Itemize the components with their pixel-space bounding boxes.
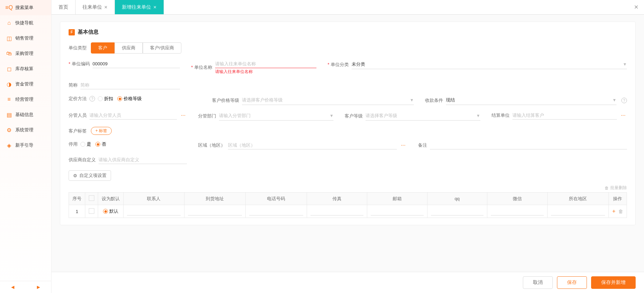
manager-more-btn[interactable]: ··· [180,112,187,119]
col-checkbox [85,193,98,205]
remark-input[interactable] [430,141,627,149]
row-index: 1 [69,205,85,218]
row-region-input[interactable] [551,207,605,215]
customer-price-level-placeholder: 请选择客户价格等级 [242,97,408,103]
sidebar-item-basic[interactable]: ▤ 基础信息 [0,107,51,122]
unit-type-label: 单位类型 [69,45,87,51]
customer-price-level-select[interactable]: 请选择客户价格等级 ▼ [242,96,414,105]
sidebar-collapse-btn[interactable]: ◀ [0,281,26,293]
unit-type-row: 单位类型 客户 供应商 客户/供应商 [69,42,627,54]
row-wechat-input[interactable] [491,207,544,215]
settlement-unit-more-btn[interactable]: ··· [620,112,627,119]
tab-partners[interactable]: 往来单位 ✕ [76,0,115,14]
sidebar-label-basic: 基础信息 [15,112,33,118]
short-name-input[interactable] [80,81,180,89]
disabled-yes[interactable]: 是 [80,141,91,147]
pricing-radio-level[interactable]: 价格等级 [117,96,142,102]
department-label: 分管部门 [198,113,216,119]
col-contact: 联系人 [124,193,184,205]
row-fax-input[interactable] [311,207,363,215]
row-checkbox[interactable] [89,208,94,214]
row-phone-cell [245,205,307,218]
row-default-radio[interactable]: 默认 [102,208,120,214]
payment-terms-select[interactable]: 现结 ▼ [446,96,616,105]
row-fax-cell [307,205,367,218]
row-contact-input[interactable] [127,207,181,215]
pricing-help-icon[interactable]: ? [89,96,95,101]
sidebar-item-operation[interactable]: ≡ 经营管理 [0,92,51,107]
close-all-tabs[interactable]: ✕ [628,4,644,10]
row-add-button[interactable]: + [612,208,615,214]
level-label: 价格等级 [124,96,142,102]
payment-terms-arrow: ▼ [612,98,616,103]
department-select[interactable]: 请输入分管部门 ▼ [219,111,333,121]
col-address: 到货地址 [184,193,245,205]
cancel-button[interactable]: 取消 [523,276,553,289]
name-field: 单位名称 请输入往来单位名称 [191,60,316,75]
region-input[interactable] [228,141,397,149]
add-tag-button[interactable]: + 标签 [91,127,112,135]
close-new-partner-tab[interactable]: ✕ [153,5,157,10]
search-menu-icon: ≡Q [6,4,13,11]
tab-home-label: 首页 [58,4,68,10]
region-field: 区域（地区） ··· [198,141,407,149]
select-all-checkbox[interactable] [89,195,94,201]
col-email: 邮箱 [367,193,427,205]
name-label: 单位名称 [191,64,212,71]
category-select[interactable]: 未分类 ▼ [352,60,627,69]
section-title: F 基本信息 [69,29,627,35]
row-wechat-cell [487,205,547,218]
save-new-button[interactable]: 保存并新增 [591,276,636,289]
quick-nav-icon: ⌂ [6,19,13,26]
close-partners-tab[interactable]: ✕ [104,5,108,10]
type-btn-supplier[interactable]: 供应商 [115,42,143,54]
row-address-input[interactable] [188,207,242,215]
sidebar-item-finance[interactable]: ◑ 资金管理 [0,76,51,92]
disabled-yes-circle [80,142,85,147]
sidebar-item-quick-nav[interactable]: ⌂ 快捷导航 [0,15,51,31]
table-header: 序号 设为默认 联系人 到货地址 电话号码 传真 邮箱 qq 微信 所在地区 操… [69,193,627,205]
settlement-unit-input[interactable] [512,111,617,120]
sidebar-item-system[interactable]: ⚙ 系统管理 [0,122,51,138]
sidebar-item-purchase[interactable]: 🛍 采购管理 [0,46,51,61]
payment-terms-help-icon[interactable]: ? [621,98,627,103]
sidebar-item-inventory[interactable]: ◻ 库存核算 [0,61,51,76]
customer-level-label: 客户等级 [345,113,363,119]
sidebar-label-guide: 新手引导 [15,142,33,148]
sidebar-expand-btn[interactable]: ▶ [26,281,52,293]
manager-input[interactable] [89,111,177,120]
row-default-label: 默认 [109,208,118,214]
row-qq-input[interactable] [431,207,484,215]
tab-new-partner[interactable]: 新增往来单位 ✕ [115,0,164,14]
disabled-radio-group: 是 否 [80,141,106,147]
manager-row: 分管人员 ··· 分管部门 请输入分管部门 ▼ 客户等级 请选择客户等级 [69,111,627,121]
disabled-no-circle [95,142,100,147]
short-name-label: 简称 [69,82,78,88]
type-btn-both[interactable]: 客户/供应商 [143,42,181,54]
settings-icon: ⚙ [73,173,77,178]
custom-settings-area: ⚙ 自定义项设置 [69,170,627,181]
pricing-radio-discount[interactable]: 折扣 [98,96,113,102]
row-phone-input[interactable] [249,207,303,215]
disabled-no[interactable]: 否 [95,141,106,147]
row-delete-button[interactable]: 🗑 [618,209,623,214]
sidebar-item-guide[interactable]: ◈ 新手引导 [0,138,51,153]
row-default-cell: 默认 [98,205,124,218]
custom-settings-button[interactable]: ⚙ 自定义项设置 [69,170,111,181]
name-input[interactable] [215,60,316,68]
row-address-cell [184,205,245,218]
row-actions-cell: + 🗑 [608,205,627,218]
type-btn-customer[interactable]: 客户 [91,42,115,54]
tab-home[interactable]: 首页 [52,0,76,14]
save-button[interactable]: 保存 [557,276,587,289]
sidebar-item-sales[interactable]: ◫ 销售管理 [0,31,51,46]
region-label: 区域（地区） [198,142,225,148]
customer-level-select[interactable]: 请选择客户等级 ▼ [366,111,480,121]
sidebar-item-search[interactable]: ≡Q 搜索菜单 [0,0,51,15]
region-more-btn[interactable]: ··· [400,142,407,148]
batch-delete-button[interactable]: 🗑 批量删除 [605,185,627,191]
supplier-custom-input[interactable] [99,156,187,164]
disabled-label: 停用 [69,141,78,147]
code-input[interactable] [93,60,180,68]
row-email-input[interactable] [371,207,424,215]
